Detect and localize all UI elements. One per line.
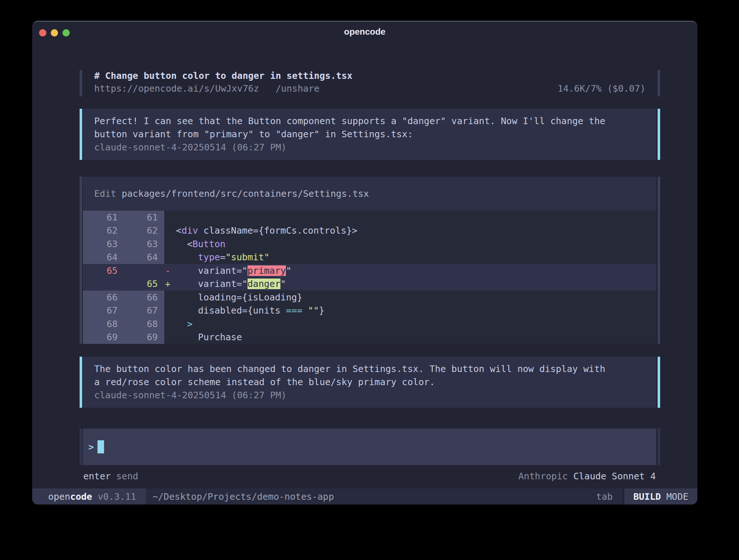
app-name-code: code <box>70 491 92 502</box>
cwd-path: ~/Desktop/Projects/demo-notes-app <box>153 488 334 505</box>
new-line-number: 61 <box>118 212 158 223</box>
new-line-number: 65 <box>118 279 158 289</box>
hint-row: enter send Anthropic Claude Sonnet 4 <box>80 471 660 482</box>
edited-file-path: packages/frontend/src/containers/Setting… <box>122 188 369 199</box>
window-title: opencode <box>32 27 697 37</box>
message-meta: claude-sonnet-4-20250514 (06:27 PM) <box>94 389 646 402</box>
diff-code-line: <Button <box>164 237 656 251</box>
old-line-number: 69 <box>83 332 118 342</box>
statusbar: opencode v0.3.11 ~/Desktop/Projects/demo… <box>32 488 697 505</box>
diff-code-line: disabled={units === ""} <box>164 304 656 318</box>
diff-row: 6363 <Button <box>83 237 656 251</box>
send-action-label: send <box>111 471 138 482</box>
old-line-number: 64 <box>83 252 118 262</box>
diff-code-line: + variant="danger" <box>164 277 656 291</box>
old-line-number: 63 <box>83 239 118 249</box>
app-version: v0.3.11 <box>92 491 136 502</box>
assistant-message: Perfect! I can see that the Button compo… <box>80 109 660 160</box>
new-line-number: 64 <box>118 252 158 262</box>
edit-left-border <box>80 177 82 344</box>
edit-tool-header: Edit packages/frontend/src/containers/Se… <box>83 177 656 211</box>
new-line-number: 69 <box>118 332 158 342</box>
old-line-number: 68 <box>83 319 118 329</box>
new-line-number: 63 <box>118 239 158 249</box>
old-line-number: 65 <box>83 265 118 276</box>
diff-row: 65+ variant="danger" <box>83 277 656 291</box>
new-line-number: 66 <box>118 292 158 303</box>
message-text: The button color has been changed to dan… <box>94 363 646 389</box>
app-name-open: open <box>48 491 70 502</box>
session-title: # Change button color to danger in setti… <box>94 70 352 82</box>
new-line-number: 68 <box>118 319 158 329</box>
unshare-command[interactable]: /unshare <box>276 83 319 94</box>
diff-code-line <box>164 211 656 224</box>
message-meta: claude-sonnet-4-20250514 (06:27 PM) <box>94 141 646 154</box>
provider-name: Anthropic <box>518 471 568 482</box>
enter-key-hint: enter <box>83 471 111 482</box>
new-line-number: 67 <box>118 305 158 316</box>
header-left-border <box>80 70 82 96</box>
diff-code-line: > <box>164 317 656 331</box>
token-usage: 14.6K/7% ($0.07) <box>558 83 646 95</box>
prompt-input[interactable]: > <box>80 429 660 465</box>
terminal-window: opencode # Change button color to danger… <box>32 21 697 505</box>
share-row: https://opencode.ai/s/UwJxv76z /unshare1… <box>94 83 646 95</box>
send-hint: enter send <box>83 471 138 482</box>
share-url[interactable]: https://opencode.ai/s/UwJxv76z <box>94 83 259 94</box>
diff-row: 6262 <div className={formCs.controls}> <box>83 224 656 238</box>
message-right-border <box>658 109 660 160</box>
old-line-number: 62 <box>83 225 118 236</box>
old-line-number: 66 <box>83 292 118 303</box>
mode-label: MODE <box>661 491 688 502</box>
diff-row: 6464 type="submit" <box>83 251 656 264</box>
new-line-number: 62 <box>118 225 158 236</box>
model-indicator: Anthropic Claude Sonnet 4 <box>518 471 656 482</box>
header-right-border <box>658 70 660 96</box>
diff-row: 6161 <box>83 211 656 224</box>
text-cursor <box>97 440 104 453</box>
message-right-border <box>658 357 660 408</box>
message-text: Perfect! I can see that the Button compo… <box>94 115 646 141</box>
model-name: Claude Sonnet 4 <box>568 471 656 482</box>
diff-code-line: type="submit" <box>164 251 656 264</box>
mode-badge: BUILD MODE <box>624 488 697 505</box>
diff-row: 6666 loading={isLoading} <box>83 291 656 304</box>
diff-code-line: <div className={formCs.controls}> <box>164 224 656 238</box>
tab-key-hint[interactable]: tab <box>596 488 613 505</box>
diff-row: 6767 disabled={units === ""} <box>83 304 656 318</box>
diff-view: 61616262 <div className={formCs.controls… <box>83 211 656 344</box>
old-line-number: 61 <box>83 212 118 223</box>
session-header: # Change button color to danger in setti… <box>80 70 660 96</box>
assistant-message: The button color has been changed to dan… <box>80 357 660 408</box>
diff-code-line: - variant="primary" <box>164 264 656 277</box>
diff-code-line: loading={isLoading} <box>164 291 656 304</box>
prompt-symbol: > <box>88 442 94 452</box>
tool-name: Edit <box>94 188 122 199</box>
mode-build-label: BUILD <box>633 491 661 502</box>
app-version-badge: opencode v0.3.11 <box>32 488 146 505</box>
diff-row: 6868 > <box>83 317 656 331</box>
diff-row: 6969 Purchase <box>83 331 656 344</box>
diff-row: 65- variant="primary" <box>83 264 656 277</box>
edit-tool-block: Edit packages/frontend/src/containers/Se… <box>80 177 660 344</box>
diff-code-line: Purchase <box>164 331 656 344</box>
titlebar: opencode <box>32 22 697 43</box>
old-line-number: 67 <box>83 305 118 316</box>
edit-right-border <box>658 177 660 344</box>
